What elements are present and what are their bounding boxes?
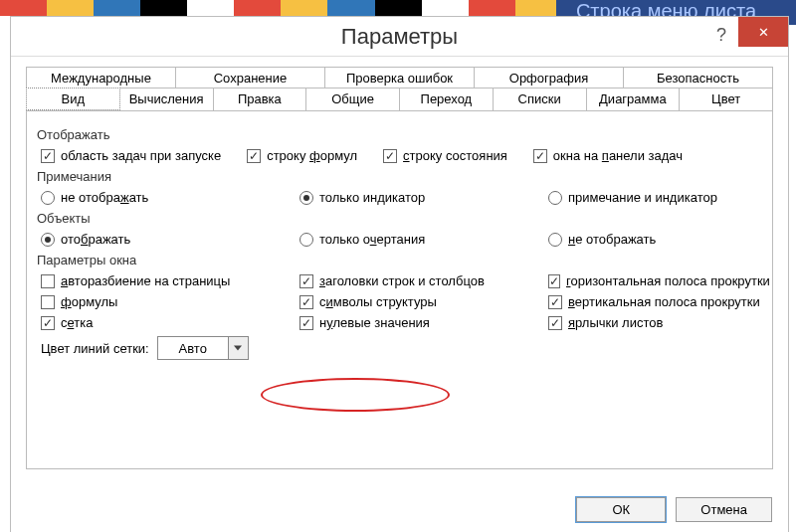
tab-общие[interactable]: Общие [306, 88, 400, 110]
close-button[interactable]: ✕ [738, 17, 788, 47]
radio-только-очертания[interactable]: только очертания [299, 232, 522, 247]
tab-вид[interactable]: Вид [26, 88, 120, 110]
checkbox-нулевые-значения[interactable]: нулевые значения [299, 315, 522, 330]
group-comments-label: Примечания [37, 169, 758, 184]
tab-орфография[interactable]: Орфография [475, 67, 624, 89]
tab-безопасность[interactable]: Безопасность [624, 67, 773, 89]
checkbox-заголовки-строк-и-столбцов[interactable]: заголовки строк и столбцов [299, 273, 522, 288]
checkbox-строку-формул[interactable]: строку формул [247, 148, 357, 163]
checkbox-строку-состояния[interactable]: строку состояния [383, 148, 507, 163]
checkbox-сетка[interactable]: сетка [41, 315, 274, 330]
grid-color-value: Авто [158, 339, 228, 358]
checkbox-горизонтальная-полоса-прокрутки[interactable]: горизонтальная полоса прокрутки [548, 273, 761, 288]
close-icon: ✕ [758, 25, 769, 40]
tab-международные[interactable]: Международные [26, 67, 176, 89]
tab-цвет[interactable]: Цвет [680, 88, 773, 110]
tab-списки[interactable]: Списки [494, 88, 587, 110]
options-dialog: Параметры ? ✕ МеждународныеСохранениеПро… [10, 16, 789, 532]
checkbox-ярлычки-листов[interactable]: ярлычки листов [548, 315, 761, 330]
tab-переход[interactable]: Переход [400, 88, 494, 110]
chevron-down-icon[interactable] [228, 337, 248, 359]
grid-color-label: Цвет линий сетки: [41, 341, 149, 356]
radio-не-отображать[interactable]: не отображать [548, 232, 761, 247]
tab-проверка ошибок[interactable]: Проверка ошибок [325, 67, 475, 89]
group-window-label: Параметры окна [37, 253, 758, 267]
checkbox-формулы[interactable]: формулы [41, 294, 274, 309]
radio-примечание-и-индикатор[interactable]: примечание и индикатор [548, 190, 761, 205]
group-objects-label: Объекты [37, 211, 758, 226]
help-button[interactable]: ? [709, 25, 733, 46]
checkbox-авторазбиение-на-страницы[interactable]: авторазбиение на страницы [41, 273, 274, 288]
tab-диаграмма[interactable]: Диаграмма [587, 88, 681, 110]
grid-color-combo[interactable]: Авто [157, 336, 249, 360]
checkbox-окна-на-панели-задач[interactable]: окна на панели задач [533, 148, 683, 163]
radio-отображать[interactable]: отображать [41, 232, 274, 247]
tab-правка[interactable]: Правка [214, 88, 307, 110]
checkbox-вертикальная-полоса-прокрутки[interactable]: вертикальная полоса прокрутки [548, 294, 761, 309]
checkbox-символы-структуры[interactable]: символы структуры [299, 294, 522, 309]
cancel-button[interactable]: Отмена [676, 497, 772, 522]
checkbox-область-задач-при-запуске[interactable]: область задач при запуске [41, 148, 221, 163]
tab-сохранение[interactable]: Сохранение [176, 67, 325, 89]
group-display-label: Отображать [37, 127, 758, 142]
dialog-title: Параметры [341, 24, 458, 50]
radio-только-индикатор[interactable]: только индикатор [299, 190, 522, 205]
svg-marker-0 [234, 346, 242, 351]
ok-button[interactable]: ОК [576, 497, 666, 522]
radio-не-отображать[interactable]: не отображать [41, 190, 274, 205]
tab-вычисления[interactable]: Вычисления [120, 88, 214, 110]
